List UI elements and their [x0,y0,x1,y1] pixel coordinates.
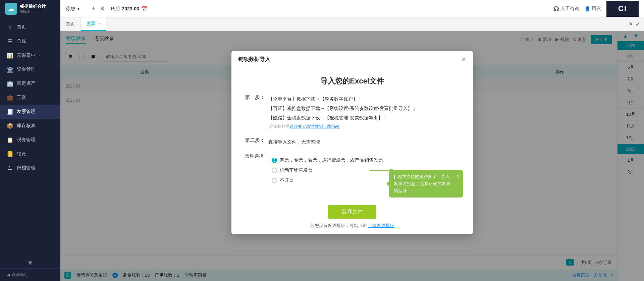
sidebar-nav: ⌂ 首页 ☰ 总账 📊 云报表中心 🏦 资金管理 🏢 固定资产 💼 工资 [0,17,60,258]
user-icon: 👤 [585,6,590,11]
ticket-selection: 票种选择： 普票，专票，卷票，通行费发票，农产品销售发票 [245,153,460,191]
logo-text: 畅捷通好会计 旗舰版 [20,3,46,14]
tooltip-bar [394,175,395,179]
step1-note: (详细操作见百旺/航信发票数据下载指南) [268,122,417,130]
topbar-user-button[interactable]: 👤 用友 [585,6,601,12]
sidebar-item-assets[interactable]: 🏢 固定资产 [0,76,60,91]
topbar-company[interactable]: 你您 ▼ [66,6,80,12]
funds-icon: 🏦 [7,66,13,73]
tooltip-arrow [386,181,389,186]
payroll-icon: 💼 [7,94,13,101]
radio-none[interactable]: 不开票 [272,177,383,183]
radio-normal[interactable]: 普票，专票，卷票，通行费发票，农产品销售发票 [272,157,383,163]
sidebar-unpin[interactable]: ◀ 取消固定 [0,268,60,281]
invoice-icon: 🧾 [7,108,13,115]
topbar-period: 账期 2023-03 📅 [110,6,147,12]
radio-none-circle [272,178,277,183]
topbar-add-button[interactable]: + [92,5,95,12]
home-icon: ⌂ [7,24,13,31]
sidebar-item-home[interactable]: ⌂ 首页 [0,20,60,34]
topbar-divider [86,5,86,12]
sidebar-item-report[interactable]: 📊 云报表中心 [0,48,60,62]
select-file-button[interactable]: 选择文件 [328,205,376,219]
import-modal: 销项数据导入 ✕ 导入您的Excel文件 第一步： 【全电平台】数据下载→【税务… [231,51,473,234]
modal-close-button[interactable]: ✕ [461,56,466,63]
topbar-support-button[interactable]: 🎧 人工咨询 [553,6,579,12]
calendar-icon[interactable]: 📅 [141,6,147,11]
radio-motor[interactable]: 机动车销售发票 [272,167,383,173]
step1-link[interactable]: 百旺/航信发票数据下载指南 [290,124,339,129]
sidebar-item-payroll[interactable]: 💼 工资 [0,91,60,105]
sidebar-item-settle[interactable]: 📒 结账 [0,147,60,161]
step2: 第二步： 直接导入文件，无需整理 [245,137,460,147]
tooltip-close-btn[interactable]: × [457,173,460,180]
step2-label: 第二步： [245,137,265,147]
radio-normal-circle [272,158,277,163]
tab-home[interactable]: 首页 [60,17,81,31]
assets-icon: 🏢 [7,80,13,87]
settle-icon: 📒 [7,151,13,157]
step2-content: 直接导入文件，无需整理 [268,137,320,147]
radio-group: 普票，专票，卷票，通行费发票，农产品销售发票 机动车销售发票 [272,157,383,187]
radio-motor-circle [272,168,277,173]
tooltip-bubble: 现在支持的票种多了，导入发票时别忘了选择正确的发票类型呀！ × [389,170,463,198]
step1: 第一步： 【全电平台】数据下载→【税务数字账户】； 【百旺】税控盘数据下载→【系… [245,94,460,130]
inventory-icon: 📦 [7,122,13,129]
download-template-link[interactable]: 下载发票模版 [368,223,394,228]
modal-title: 销项数据导入 [238,56,270,63]
topbar-right: 🎧 人工咨询 👤 用友 CI [553,1,639,17]
topbar-settings-button[interactable]: ⚙ [100,5,105,12]
archive-icon: 🗂 [7,165,13,171]
sidebar-item-inventory[interactable]: 📦 库存核算 [0,119,60,133]
tab-maximize-area: ✕ ⤢ [629,21,644,27]
modal-main-title: 导入您的Excel文件 [245,76,460,86]
tax-icon: 📋 [7,136,13,143]
maximize-icon[interactable]: ⤢ [636,21,640,27]
sidebar-item-archive[interactable]: 🗂 归档管理 [0,161,60,175]
ticket-label: 票种选择： [245,153,268,159]
ci-badge: CI [606,1,639,17]
content-area: 销项发票 进项发票 📄 凭证 ⊕ 新增 [60,31,644,281]
logo-icon: ☁ [5,3,17,15]
sidebar-item-ledger[interactable]: ☰ 总账 [0,34,60,48]
close-window-icon[interactable]: ✕ [629,21,633,27]
chevron-down-icon: ▼ [76,6,80,11]
ledger-icon: ☰ [7,38,13,45]
modal-footer: 选择文件 若您没有发票模版，可以点击 下载发票模版 [231,202,473,234]
tab-invoice[interactable]: 发票 × [81,17,106,31]
topbar: 你您 ▼ + ⚙ 账期 2023-03 📅 🎧 人工咨询 👤 用友 [60,0,644,17]
modal-header: 销项数据导入 ✕ [231,51,473,68]
tab-invoice-close[interactable]: × [98,21,101,26]
modal-body: 导入您的Excel文件 第一步： 【全电平台】数据下载→【税务数字账户】； 【百… [231,68,473,202]
sidebar-scroll-down[interactable]: ▼ [0,258,60,268]
modal-overlay: 销项数据导入 ✕ 导入您的Excel文件 第一步： 【全电平台】数据下载→【税务… [60,31,644,281]
pin-icon: ◀ [7,273,10,277]
sidebar-logo: ☁ 畅捷通好会计 旗舰版 [0,0,60,17]
template-link-area: 若您没有发票模版，可以点击 下载发票模版 [310,223,394,229]
sidebar-item-invoice[interactable]: 🧾 发票管理 [0,105,60,119]
step1-content: 【全电平台】数据下载→【税务数字账户】； 【百旺】税控盘数据下载→【系统设置-系… [268,94,417,130]
sidebar-item-tax[interactable]: 📋 税务管理 [0,133,60,147]
report-icon: 📊 [7,52,13,59]
headset-icon: 🎧 [553,6,559,11]
tabs-bar: 首页 发票 × ✕ ⤢ [60,17,644,31]
step1-label: 第一步： [245,94,265,130]
sidebar-item-funds[interactable]: 🏦 资金管理 [0,62,60,76]
